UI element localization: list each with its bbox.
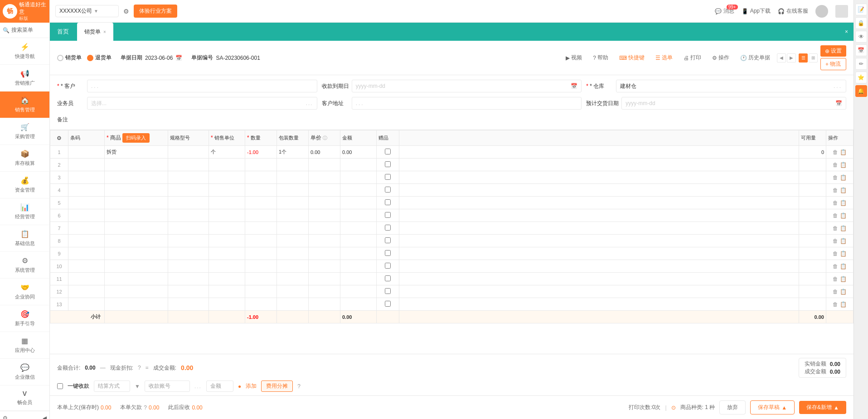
row-pack-qty[interactable] — [277, 260, 309, 273]
row-remark[interactable] — [399, 159, 799, 171]
due-date-input[interactable]: yyyy-mm-dd 📅 — [352, 80, 582, 92]
row-qty[interactable] — [245, 171, 277, 184]
row-barcode[interactable] — [68, 209, 105, 222]
row-delete-icon[interactable]: 🗑 — [833, 174, 838, 181]
row-pack-qty[interactable] — [277, 209, 309, 222]
row-spec[interactable] — [168, 222, 209, 235]
row-copy-icon[interactable]: 📋 — [840, 162, 847, 168]
online-service-item[interactable]: 🎧 在线客服 — [778, 7, 808, 15]
message-item[interactable]: 💬 消息 99+ — [715, 7, 734, 15]
sidebar-item-quick-nav[interactable]: ⚡ 快捷导航 — [0, 38, 49, 65]
row-unit[interactable] — [209, 209, 245, 222]
row-delete-icon[interactable]: 🗑 — [833, 200, 838, 206]
row-remark[interactable] — [399, 222, 799, 235]
row-product[interactable] — [105, 298, 168, 311]
toolbar-operation-btn[interactable]: ⚙ 操作 — [708, 52, 733, 63]
row-copy-icon[interactable]: 📋 — [840, 263, 847, 270]
app-download-item[interactable]: 📱 App下载 — [742, 7, 771, 15]
row-gift[interactable] — [377, 298, 399, 311]
row-barcode[interactable] — [68, 247, 105, 260]
notes-input[interactable] — [73, 114, 846, 125]
view-grid-btn[interactable]: ⊞ — [809, 53, 818, 63]
sidebar-search[interactable]: 🔍 搜索菜单 — [0, 23, 49, 38]
row-qty[interactable] — [245, 298, 277, 311]
view-list-btn[interactable]: ☰ — [799, 53, 808, 63]
row-price[interactable] — [309, 184, 340, 197]
amount-input[interactable]: 金额 — [206, 380, 233, 392]
one-click-pay-checkbox[interactable] — [57, 383, 63, 389]
row-gift[interactable] — [377, 247, 399, 260]
settings-gear-icon[interactable]: ⚙ — [123, 8, 129, 15]
toolbar-help-btn[interactable]: ? 帮助 — [589, 52, 612, 63]
user-avatar[interactable] — [815, 5, 828, 18]
row-remark[interactable] — [399, 260, 799, 273]
customer-addr-input[interactable]: ... — [352, 97, 582, 110]
row-price[interactable] — [309, 209, 340, 222]
row-product[interactable] — [105, 247, 168, 260]
toolbar-select-btn[interactable]: ☰ 选单 — [651, 52, 677, 63]
sidebar-item-wechat[interactable]: 💬 企业微信 — [0, 359, 49, 385]
row-delete-icon[interactable]: 🗑 — [833, 212, 838, 219]
row-pack-qty[interactable] — [277, 298, 309, 311]
row-copy-icon[interactable]: 📋 — [840, 250, 847, 257]
row-price[interactable] — [309, 247, 340, 260]
row-amount[interactable] — [340, 209, 377, 222]
row-spec[interactable] — [168, 171, 209, 184]
right-btn-5[interactable]: ✏ — [855, 58, 867, 70]
row-spec[interactable] — [168, 159, 209, 171]
row-copy-icon[interactable]: 📋 — [840, 276, 847, 282]
row-copy-icon[interactable]: 📋 — [840, 200, 847, 206]
row-unit[interactable] — [209, 260, 245, 273]
row-spec[interactable] — [168, 235, 209, 247]
row-price[interactable] — [309, 159, 340, 171]
row-delete-icon[interactable]: 🗑 — [833, 225, 838, 231]
row-remark[interactable] — [399, 273, 799, 285]
row-qty[interactable] — [245, 285, 277, 298]
row-delete-icon[interactable]: 🗑 — [833, 149, 838, 155]
row-barcode[interactable] — [68, 285, 105, 298]
row-copy-icon[interactable]: 📋 — [840, 225, 847, 231]
row-product[interactable] — [105, 235, 168, 247]
row-remark[interactable] — [399, 209, 799, 222]
row-product[interactable] — [105, 171, 168, 184]
row-product[interactable] — [105, 197, 168, 209]
row-product[interactable] — [105, 285, 168, 298]
row-gift[interactable] — [377, 273, 399, 285]
row-copy-icon[interactable]: 📋 — [840, 149, 847, 155]
row-pack-qty[interactable] — [277, 285, 309, 298]
row-gift[interactable] — [377, 235, 399, 247]
row-copy-icon[interactable]: 📋 — [840, 174, 847, 181]
row-spec[interactable] — [168, 184, 209, 197]
row-price[interactable] — [309, 285, 340, 298]
row-price[interactable]: 0.00 — [309, 146, 340, 159]
sidebar-item-purchase[interactable]: 🛒 采购管理 — [0, 118, 49, 145]
row-unit[interactable] — [209, 184, 245, 197]
row-spec[interactable] — [168, 247, 209, 260]
row-price[interactable] — [309, 273, 340, 285]
row-remark[interactable] — [399, 197, 799, 209]
right-btn-7[interactable]: 🔔 — [855, 85, 867, 97]
row-barcode[interactable] — [68, 235, 105, 247]
row-product[interactable] — [105, 159, 168, 171]
row-gift[interactable] — [377, 222, 399, 235]
row-product[interactable]: 拆货 — [105, 146, 168, 159]
row-amount[interactable] — [340, 298, 377, 311]
row-qty[interactable] — [245, 222, 277, 235]
row-spec[interactable] — [168, 146, 209, 159]
sidebar-collapse-icon[interactable]: ◀ — [43, 415, 47, 419]
sidebar-item-guide[interactable]: 🎯 新手引导 — [0, 305, 49, 332]
user-menu[interactable] — [835, 5, 848, 18]
save-new-button[interactable]: 保存&新增 ▲ — [799, 401, 846, 414]
row-delete-icon[interactable]: 🗑 — [833, 187, 838, 193]
row-remark[interactable] — [399, 285, 799, 298]
row-pack-qty[interactable] — [277, 171, 309, 184]
expected-date-input[interactable]: yyyy-mm-dd 📅 — [621, 97, 846, 110]
salesperson-input[interactable]: 选择... ... — [87, 97, 317, 110]
tab-sale-order[interactable]: 销货单 × — [77, 23, 113, 41]
sidebar-item-inventory[interactable]: 📦 库存核算 — [0, 145, 49, 172]
account-input[interactable]: 收款账号 — [145, 380, 190, 392]
row-barcode[interactable] — [68, 184, 105, 197]
row-amount[interactable] — [340, 285, 377, 298]
row-barcode[interactable] — [68, 273, 105, 285]
row-gift[interactable] — [377, 171, 399, 184]
